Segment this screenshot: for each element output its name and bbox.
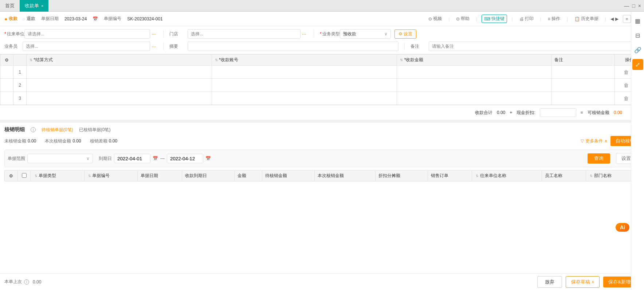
salesperson-input[interactable] — [23, 42, 150, 51]
close-btn[interactable]: × — [638, 3, 641, 9]
row-settings-1 — [0, 66, 13, 79]
store-more-btn[interactable]: ··· — [301, 31, 308, 37]
summary-row: 收款合计 0.00 + 现金折扣: = 可核销金额 0.00 — [0, 105, 644, 120]
row-method-1[interactable] — [27, 66, 212, 79]
row-account-2[interactable] — [212, 79, 397, 92]
row-method-2[interactable] — [27, 79, 212, 92]
save-draft-btn[interactable]: 保存草稿 ∧ — [566, 276, 600, 288]
verifiable-value: 0.00 — [614, 110, 622, 115]
settings-btn[interactable]: ⚙ 设置 — [394, 30, 416, 39]
right-panel-expand-icon[interactable]: ⤢ — [632, 59, 643, 70]
divider-1 — [163, 30, 164, 38]
refund-radio[interactable]: ○ 退款 — [22, 16, 35, 22]
date-to-input[interactable] — [167, 154, 203, 163]
remark-label: 备注 — [411, 43, 429, 50]
verified-tab[interactable]: 已核销单据(0笔) — [79, 127, 111, 133]
footer-right: 放弃 保存草稿 ∧ 保存&新增 ∧ — [537, 276, 640, 288]
help-btn[interactable]: ⊙ 帮助 — [454, 15, 472, 23]
verification-header: 核销明细 i 待核销单据(0笔) 已核销单据(0笔) — [4, 126, 640, 133]
bt-counterpart-header[interactable]: ⇅ 往来单位名称 — [472, 171, 542, 181]
table-row: 1 🗑 ⊞ — [0, 66, 644, 79]
store-input[interactable] — [188, 29, 301, 39]
tab-home-label: 首页 — [5, 3, 15, 9]
nav-next-btn[interactable]: ▶ — [615, 16, 619, 21]
tab-receipt-close[interactable]: × — [41, 4, 43, 8]
delete-row-2-btn[interactable]: 🗑 — [624, 82, 629, 88]
right-panel-print-icon[interactable]: ⊟ — [632, 30, 643, 41]
business-type-select[interactable]: 预收款 ∨ — [340, 29, 391, 39]
salesperson-more-btn[interactable]: ··· — [150, 43, 157, 49]
bottom-table-container[interactable]: ⚙ ⇅ 单据类型 ⇅ 单据编号 — [4, 170, 640, 270]
select-all-checkbox[interactable] — [22, 173, 27, 178]
row-amount-2[interactable] — [397, 79, 551, 92]
row-amount-3[interactable] — [397, 92, 551, 105]
history-btn[interactable]: 📋 历史单据 — [572, 15, 601, 23]
bt-checkbox-header[interactable] — [18, 171, 31, 181]
more-conditions-btn[interactable]: ▽ 更多条件 ∧ — [581, 138, 608, 144]
shortcut-btn[interactable]: ⌨ 快捷键 — [482, 15, 507, 23]
restore-btn[interactable]: □ — [632, 3, 635, 9]
calendar-icon[interactable]: 📅 — [93, 16, 98, 21]
delete-row-1-btn[interactable]: 🗑 — [624, 69, 629, 75]
gear-icon[interactable]: ⚙ — [5, 58, 9, 63]
summary-input[interactable] — [188, 42, 398, 51]
tab-home[interactable]: 首页 — [0, 0, 20, 12]
row-remark-1[interactable] — [551, 66, 615, 79]
nav-prev-btn[interactable]: ◀ — [610, 16, 614, 21]
bt-gear-icon[interactable]: ⚙ — [9, 173, 13, 179]
bottom-table: ⚙ ⇅ 单据类型 ⇅ 单据编号 — [4, 170, 640, 181]
bt-settings-header[interactable]: ⚙ — [5, 171, 18, 181]
operate-btn[interactable]: ≡ 操作 — [546, 15, 562, 23]
video-btn[interactable]: ⊙ 视频 — [426, 15, 444, 23]
col-amount-header[interactable]: ⇅ *收款金额 — [397, 55, 551, 66]
col-method-header[interactable]: ⇅ *结算方式 — [27, 55, 212, 66]
discount-input[interactable] — [540, 108, 576, 117]
ai-badge[interactable]: Ai — [616, 223, 629, 232]
verification-info-icon[interactable]: i — [31, 127, 36, 132]
right-panel-attach-icon[interactable]: 🔗 — [632, 44, 643, 55]
row-remark-2[interactable] — [551, 79, 615, 92]
number-value: SK-20230324-001 — [127, 16, 162, 21]
operate-icon: ≡ — [548, 16, 550, 21]
bt-type-header[interactable]: ⇅ 单据类型 — [31, 171, 85, 181]
print-btn[interactable]: 🖨 打印 — [517, 15, 536, 23]
filter-row: 单据范围 ∨ 到期日 📅 — 📅 查询 设置 — [4, 150, 640, 167]
col-num-header — [13, 55, 27, 66]
date-from-input[interactable] — [114, 154, 150, 163]
plus-sign: + — [510, 110, 512, 115]
footer-info-icon[interactable]: i — [24, 279, 29, 285]
col-settings-header[interactable]: ⚙ — [0, 55, 13, 66]
verification-section: 核销明细 i 待核销单据(0笔) 已核销单据(0笔) 未核销金额 0.00 本次… — [0, 120, 644, 273]
business-type-label: 业务类型 — [320, 31, 340, 37]
verification-title: 核销明细 — [4, 126, 25, 133]
remark-input[interactable] — [429, 42, 640, 51]
tab-receipt[interactable]: 收款单 × — [20, 0, 48, 12]
counterpart-more-btn[interactable]: ··· — [150, 31, 157, 37]
minimize-btn[interactable]: — — [624, 3, 629, 9]
receipt-radio[interactable]: ● 收款 — [4, 16, 17, 22]
business-type-field: 业务类型 预收款 ∨ ⚙ 设置 — [320, 29, 640, 39]
calendar-from-icon[interactable]: 📅 — [153, 156, 158, 161]
save-draft-arrow-icon: ∧ — [592, 280, 594, 284]
query-btn[interactable]: 查询 — [588, 153, 610, 164]
view-list-btn[interactable]: ≡ — [623, 15, 631, 23]
tab-bar: 首页 收款单 × — □ × — [0, 0, 644, 12]
row-method-3[interactable] — [27, 92, 212, 105]
range-select[interactable]: ∨ — [27, 154, 93, 163]
col-account-header[interactable]: ⇅ *收款账号 — [212, 55, 397, 66]
bt-number-header[interactable]: ⇅ 单据编号 — [84, 171, 138, 181]
equals-sign: = — [581, 110, 583, 115]
unverified-stat: 未核销金额 0.00 — [4, 138, 36, 144]
counterpart-input[interactable] — [24, 29, 150, 39]
bt-pending-header: 待核销金额 — [262, 171, 315, 181]
calendar-to-icon[interactable]: 📅 — [205, 156, 211, 161]
delete-row-3-btn[interactable]: 🗑 — [624, 95, 629, 101]
right-panel-table-icon[interactable]: ▦ — [632, 15, 643, 26]
row-remark-3[interactable] — [551, 92, 615, 105]
row-account-1[interactable] — [212, 66, 397, 79]
range-chevron-icon: ∨ — [86, 156, 90, 161]
discard-btn[interactable]: 放弃 — [537, 276, 562, 288]
row-amount-1[interactable] — [397, 66, 551, 79]
row-account-3[interactable] — [212, 92, 397, 105]
pending-tab[interactable]: 待核销单据(0笔) — [42, 127, 73, 133]
